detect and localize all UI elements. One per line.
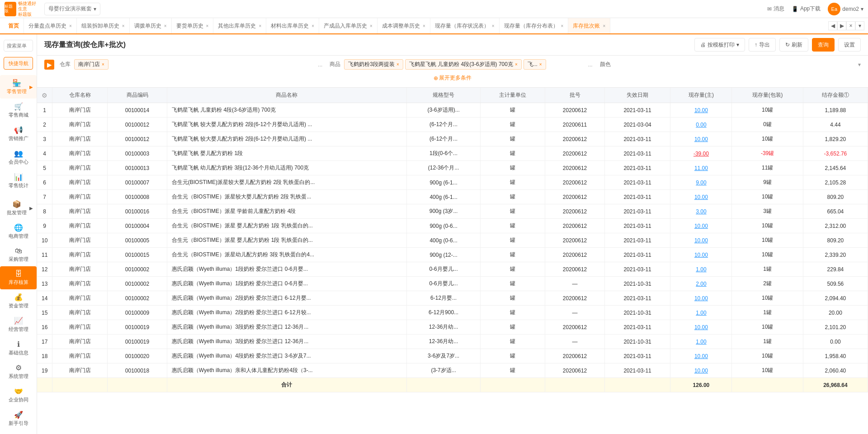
sidebar-item-retail-mall[interactable]: 🛒 零售商城 bbox=[0, 99, 37, 122]
row-qty-pack: 10罐 bbox=[732, 320, 803, 335]
industry-select[interactable]: 母婴行业演示账套 ▾ bbox=[44, 3, 100, 15]
sidebar-item-finance[interactable]: 💰 资金管理 bbox=[0, 289, 37, 313]
close-icon[interactable]: × bbox=[122, 24, 125, 28]
row-qty-main[interactable]: 10.00 bbox=[670, 320, 732, 335]
query-button[interactable]: 查询 bbox=[812, 38, 835, 52]
tab-7[interactable]: 产成品入库单历史 × bbox=[319, 18, 377, 34]
close-icon[interactable]: × bbox=[311, 24, 314, 28]
row-unit: 罐 bbox=[481, 306, 545, 320]
sidebar-item-member[interactable]: 👥 会员中心 bbox=[0, 146, 37, 169]
nav-menu[interactable]: ▾ bbox=[855, 21, 864, 30]
row-amount: 665.04 bbox=[803, 204, 868, 219]
close-icon[interactable]: × bbox=[206, 24, 209, 28]
sidebar-item-marketing[interactable]: 📢 营销推广 bbox=[0, 122, 37, 146]
tab-5[interactable]: 其他出库单历史 × bbox=[213, 18, 266, 34]
row-qty-pack: 10罐 bbox=[732, 233, 803, 248]
close-icon[interactable]: × bbox=[259, 24, 261, 28]
expand-icon[interactable]: ▶ bbox=[44, 60, 54, 70]
sidebar-item-system[interactable]: ⚙ 系统管理 bbox=[0, 360, 37, 383]
nav-next-arrow[interactable]: ▶ bbox=[837, 21, 846, 30]
row-qty-main[interactable]: 10.00 bbox=[670, 132, 732, 146]
refresh-button[interactable]: ↻ 刷新 bbox=[779, 38, 808, 52]
close-icon[interactable]: × bbox=[164, 24, 167, 28]
close-icon[interactable]: × bbox=[603, 24, 605, 28]
warehouse-more[interactable]: ... bbox=[318, 61, 322, 68]
row-qty-main[interactable]: 1.00 bbox=[670, 262, 732, 277]
sidebar-item-operations[interactable]: 📈 经营管理 bbox=[0, 313, 37, 336]
close-icon[interactable]: × bbox=[69, 24, 72, 28]
row-name: 惠氏启颖（Wyeth illuma）2段奶粉 爱尔兰进口 6-12月较... bbox=[167, 306, 406, 320]
sidebar-item-basic-info[interactable]: ℹ 基础信息 bbox=[0, 336, 37, 360]
tag-close-icon[interactable]: × bbox=[396, 62, 399, 67]
close-icon[interactable]: × bbox=[561, 24, 564, 28]
sidebar-item-ecommerce[interactable]: 🌐 电商管理 bbox=[0, 220, 37, 243]
row-qty-main[interactable]: 2.00 bbox=[670, 277, 732, 291]
row-qty-main[interactable]: 1.00 bbox=[670, 335, 732, 349]
sidebar-item-inventory[interactable]: 🗄 库存核算 bbox=[0, 266, 37, 289]
row-qty-main[interactable]: 1.00 bbox=[670, 306, 732, 320]
product-tag-1[interactable]: 飞鹤奶粉3段两提装 × bbox=[344, 59, 403, 70]
row-spec: 900g (3岁... bbox=[406, 204, 480, 219]
row-qty-main[interactable]: 10.00 bbox=[670, 219, 732, 233]
settings-button[interactable]: 设置 bbox=[838, 38, 861, 52]
row-spec: 1段(0-6个... bbox=[406, 146, 480, 161]
tab-6[interactable]: 材料出库单历史 × bbox=[266, 18, 319, 34]
tab-4[interactable]: 要货单历史 × bbox=[172, 18, 214, 34]
col-settings[interactable]: ⚙ bbox=[37, 88, 52, 103]
row-qty-main[interactable]: 10.00 bbox=[670, 190, 732, 204]
row-qty-main[interactable]: 0.00 bbox=[670, 118, 732, 132]
sidebar-item-purchase[interactable]: 🛍 采购管理 bbox=[0, 243, 37, 266]
logo-text: 畅捷通好生意 标题版 bbox=[18, 1, 41, 17]
quick-nav-button[interactable]: 快捷导航 bbox=[4, 57, 33, 70]
close-icon[interactable]: × bbox=[370, 24, 373, 28]
logo-icon-text: 标题版 bbox=[5, 5, 16, 14]
product-tag-3[interactable]: 飞... × bbox=[524, 59, 546, 70]
tab-8[interactable]: 成本调整单历史 × bbox=[377, 18, 430, 34]
app-download-button[interactable]: 📱 App下载 bbox=[792, 5, 821, 13]
nav-close-all[interactable]: × bbox=[846, 21, 855, 30]
settings-icon[interactable]: ⚙ bbox=[42, 92, 47, 99]
close-icon[interactable]: × bbox=[423, 24, 425, 28]
tab-home[interactable]: 首页 bbox=[4, 18, 24, 34]
sidebar-item-app-center[interactable]: 📱 应用中心 bbox=[0, 430, 37, 434]
row-qty-main[interactable]: 10.00 bbox=[670, 103, 732, 118]
tab-active[interactable]: 库存批次账 × bbox=[568, 18, 610, 34]
filter-expand-toggle[interactable]: ▶ bbox=[44, 60, 54, 70]
tag-close-icon[interactable]: × bbox=[102, 62, 104, 67]
tab-10[interactable]: 现存量（库存分布表） × bbox=[500, 18, 569, 34]
row-qty-main[interactable]: 3.00 bbox=[670, 204, 732, 219]
search-input[interactable] bbox=[4, 40, 33, 52]
tag-close-icon[interactable]: × bbox=[539, 62, 542, 67]
template-print-button[interactable]: 🖨 按模板打印 ▾ bbox=[694, 38, 745, 52]
row-qty-main[interactable]: -39.00 bbox=[670, 146, 732, 161]
sidebar-item-guide[interactable]: 🚀 新手引导 bbox=[0, 407, 37, 430]
row-qty-main[interactable]: 10.00 bbox=[670, 349, 732, 363]
warehouse-tag-1[interactable]: 南岸门店 × bbox=[74, 59, 108, 70]
color-dropdown-icon[interactable]: ▾ bbox=[858, 61, 861, 68]
product-more[interactable]: ... bbox=[588, 61, 593, 68]
sidebar-item-enterprise[interactable]: 🤝 企业协同 bbox=[0, 383, 37, 407]
table-row: 16 南岸门店 00100019 惠氏启颖（Wyeth illuma）3段奶粉 … bbox=[37, 320, 868, 335]
row-qty-main[interactable]: 10.00 bbox=[670, 291, 732, 306]
row-qty-main[interactable]: 11.00 bbox=[670, 161, 732, 175]
sidebar-item-retail-mgmt[interactable]: 🏪 零售管理 ▶ bbox=[0, 75, 37, 99]
user-menu[interactable]: Ea demo2 ▾ bbox=[828, 3, 863, 15]
sidebar-item-wholesale[interactable]: 📦 批发管理 ▶ bbox=[0, 196, 37, 220]
row-spec: 0-6月婴儿... bbox=[406, 277, 480, 291]
nav-prev-arrow[interactable]: ◀ bbox=[828, 21, 837, 30]
tag-close-icon[interactable]: × bbox=[515, 62, 518, 67]
row-qty-main[interactable]: 10.00 bbox=[670, 363, 732, 378]
tab-9[interactable]: 现存量（库存状况表） × bbox=[430, 18, 500, 34]
expand-more-button[interactable]: ⊕ 展开更多条件 bbox=[434, 72, 472, 84]
sidebar-item-retail-stats[interactable]: 📊 零售统计 bbox=[0, 169, 37, 193]
row-qty-main[interactable]: 10.00 bbox=[670, 233, 732, 248]
tab-1[interactable]: 分量盘点单历史 × bbox=[24, 18, 77, 34]
tab-2[interactable]: 组装拆卸单历史 × bbox=[77, 18, 130, 34]
product-tag-2[interactable]: 飞鹤星飞帆 儿童奶粉 4段(3-6岁适用) 700克 × bbox=[405, 59, 522, 70]
close-icon[interactable]: × bbox=[492, 24, 495, 28]
row-qty-main[interactable]: 9.00 bbox=[670, 175, 732, 190]
export-button[interactable]: ↑ 导出 bbox=[749, 38, 776, 52]
tab-3[interactable]: 调拨单历史 × bbox=[130, 18, 172, 34]
row-qty-main[interactable]: 10.00 bbox=[670, 248, 732, 262]
messages-button[interactable]: ✉ 消息 bbox=[767, 5, 784, 13]
